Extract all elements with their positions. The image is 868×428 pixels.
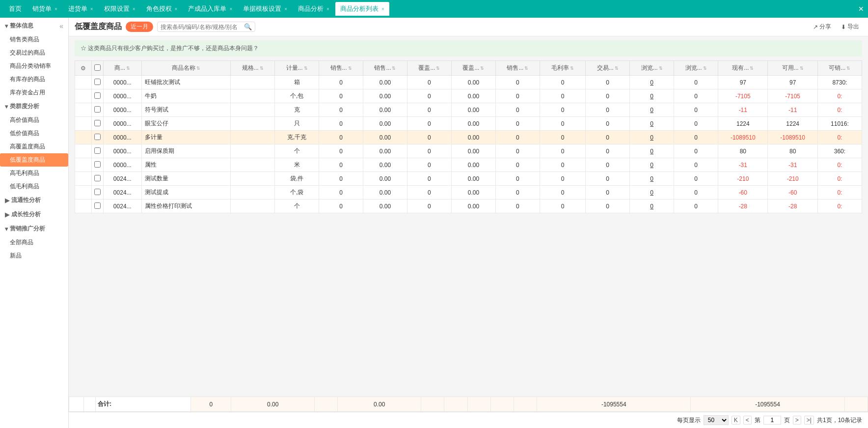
row-browse1[interactable]: 0 xyxy=(630,131,674,144)
sidebar-section-marketing[interactable]: ▾ 营销推广分析 xyxy=(0,222,68,236)
row-unit: 克,千克 xyxy=(275,131,319,144)
row-browse1[interactable]: 0 xyxy=(630,103,674,117)
nav-tab-goods-analysis[interactable]: 商品分析 × xyxy=(293,2,334,16)
col-gear[interactable]: ⚙ xyxy=(75,61,92,76)
page-title: 低覆盖度商品 xyxy=(75,22,122,32)
sidebar-item-low-margin[interactable]: 低毛利商品 xyxy=(0,180,68,193)
col-transaction[interactable]: 交易...⇅ xyxy=(586,61,630,76)
row-browse1[interactable]: 0 xyxy=(630,76,674,89)
col-available[interactable]: 可用...⇅ xyxy=(768,61,817,76)
export-button[interactable]: ⬇ 导出 xyxy=(838,22,862,32)
row-browse1[interactable]: 0 xyxy=(630,144,674,158)
nav-tab-goods-analysis-list-close[interactable]: × xyxy=(381,6,384,12)
row-checkbox[interactable] xyxy=(94,202,101,209)
row-name: 测试提成 xyxy=(141,186,231,200)
nav-tab-product-in[interactable]: 产成品入库单 × xyxy=(183,2,237,16)
sidebar-item-category-rate[interactable]: 商品分类动销率 xyxy=(0,59,68,73)
sidebar-item-sales-goods[interactable]: 销售类商品 xyxy=(0,33,68,46)
current-page-input[interactable] xyxy=(763,416,781,425)
row-spec xyxy=(231,131,275,144)
col-name[interactable]: 商品名称⇅ xyxy=(141,61,231,76)
nav-tab-product-in-close[interactable]: × xyxy=(229,6,232,12)
col-spec[interactable]: 规格...⇅ xyxy=(231,61,275,76)
select-all-checkbox[interactable] xyxy=(94,64,101,71)
row-browse1[interactable]: 0 xyxy=(630,172,674,186)
row-checkbox[interactable] xyxy=(94,92,101,99)
next-page-button[interactable]: > xyxy=(793,416,801,425)
sidebar-item-low-coverage[interactable]: 低覆盖度商品 xyxy=(0,153,68,167)
nav-tab-purchase[interactable]: 进货单 × xyxy=(63,2,98,16)
row-sales3: 0 xyxy=(495,131,540,144)
row-browse1[interactable]: 0 xyxy=(630,158,674,172)
col-sales3[interactable]: 销售...⇅ xyxy=(495,61,540,76)
page-size-select[interactable]: 50 20 100 200 xyxy=(704,415,729,425)
row-browse1[interactable]: 0 xyxy=(630,117,674,131)
nav-tab-role[interactable]: 角色授权 × xyxy=(141,2,183,16)
date-filter-button[interactable]: 近一月 xyxy=(126,22,153,32)
row-browse1[interactable]: 0 xyxy=(630,89,674,103)
row-checkbox[interactable] xyxy=(94,147,101,154)
row-checkbox[interactable] xyxy=(94,134,101,140)
row-checkbox[interactable] xyxy=(94,189,101,195)
row-checkbox[interactable] xyxy=(94,120,101,126)
sidebar-section-growth[interactable]: ▶ 成长性分析 xyxy=(0,207,68,222)
search-icon[interactable]: 🔍 xyxy=(244,23,252,30)
nav-tab-template[interactable]: 单据模板设置 × xyxy=(238,2,292,16)
nav-tab-home[interactable]: 首页 xyxy=(4,2,27,16)
sidebar-section-cluster[interactable]: ▾ 类群度分析 xyxy=(0,99,68,114)
col-coverage1[interactable]: 覆盖...⇅ xyxy=(407,61,451,76)
sidebar-section-flow[interactable]: ▶ 流通性分析 xyxy=(0,193,68,207)
col-unit[interactable]: 计量...⇅ xyxy=(275,61,319,76)
col-browse2[interactable]: 浏览...⇅ xyxy=(674,61,718,76)
col-sales-amount[interactable]: 销售...⇅ xyxy=(363,61,407,76)
row-code: 0024... xyxy=(103,172,141,186)
prev-page-button[interactable]: < xyxy=(743,416,752,425)
row-name: 启用保质期 xyxy=(141,144,231,158)
nav-tab-sales[interactable]: 销货单 × xyxy=(27,2,62,16)
row-checkbox[interactable] xyxy=(94,175,101,181)
gear-icon[interactable]: ⚙ xyxy=(81,65,86,72)
col-coverage2[interactable]: 覆盖...⇅ xyxy=(451,61,495,76)
sidebar-section-overall[interactable]: ▾ 整体信息 xyxy=(5,20,33,32)
row-checkbox[interactable] xyxy=(94,161,101,168)
sidebar-item-new-goods[interactable]: 新品 xyxy=(0,249,68,262)
nav-tab-template-close[interactable]: × xyxy=(284,6,287,12)
row-available: -60 xyxy=(768,186,817,200)
nav-tab-goods-analysis-close[interactable]: × xyxy=(326,6,329,12)
row-browse1[interactable]: 0 xyxy=(630,200,674,213)
share-button[interactable]: ↗ 分享 xyxy=(810,22,834,32)
sidebar-section-overall-label: 整体信息 xyxy=(10,22,33,30)
nav-tab-goods-analysis-list[interactable]: 商品分析列表 × xyxy=(335,2,389,16)
row-browse1[interactable]: 0 xyxy=(630,186,674,200)
col-current-stock[interactable]: 现有...⇅ xyxy=(718,61,768,76)
col-browse1[interactable]: 浏览...⇅ xyxy=(630,61,674,76)
sidebar-collapse-btn[interactable]: « xyxy=(59,22,65,30)
close-all-tabs-icon[interactable]: ✕ xyxy=(858,5,864,13)
table-container: ⚙ 商...⇅ 商品名称⇅ 规格...⇅ 计量...⇅ 销售...⇅ 销售...… xyxy=(69,60,868,397)
last-page-button[interactable]: >| xyxy=(804,416,814,425)
first-page-button[interactable]: K xyxy=(732,416,740,425)
col-code[interactable]: 商...⇅ xyxy=(103,61,141,76)
nav-tab-sales-close[interactable]: × xyxy=(54,6,57,12)
row-sellable: 0: xyxy=(817,186,862,200)
nav-tab-permission[interactable]: 权限设置 × xyxy=(99,2,140,16)
sidebar-item-low-value[interactable]: 低价值商品 xyxy=(0,127,68,140)
sidebar-item-stocked-goods[interactable]: 有库存的商品 xyxy=(0,73,68,86)
sidebar-item-high-coverage[interactable]: 高覆盖度商品 xyxy=(0,140,68,153)
nav-tab-role-close[interactable]: × xyxy=(175,6,178,12)
col-sales-qty[interactable]: 销售...⇅ xyxy=(319,61,363,76)
row-unit: 个,包 xyxy=(275,89,319,103)
col-gross-margin[interactable]: 毛利率⇅ xyxy=(540,61,585,76)
sidebar-item-all-goods[interactable]: 全部商品 xyxy=(0,236,68,249)
nav-tab-permission-close[interactable]: × xyxy=(133,6,136,12)
search-input[interactable] xyxy=(161,24,242,30)
sidebar-item-stock-capital[interactable]: 库存资金占用 xyxy=(0,86,68,99)
row-checkbox[interactable] xyxy=(94,106,101,113)
col-sellable[interactable]: 可销...⇅ xyxy=(817,61,862,76)
nav-tab-purchase-close[interactable]: × xyxy=(90,6,93,12)
row-checkbox[interactable] xyxy=(94,79,101,85)
table-row: 0024... 测试数量 袋,件 0 0.00 0 0.00 0 0 0 0 0… xyxy=(75,172,862,186)
sidebar-item-high-value[interactable]: 高价值商品 xyxy=(0,114,68,127)
sidebar-item-traded-goods[interactable]: 交易过的商品 xyxy=(0,46,68,59)
sidebar-item-high-margin[interactable]: 高毛利商品 xyxy=(0,167,68,180)
